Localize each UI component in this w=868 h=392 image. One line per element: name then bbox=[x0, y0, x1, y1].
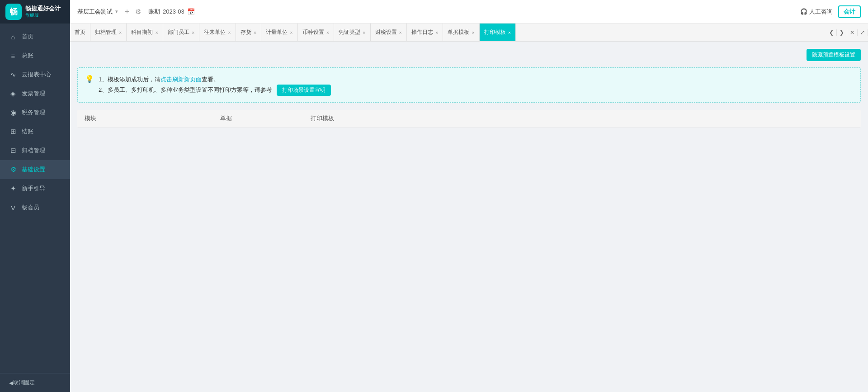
unpin-label: 取消固定 bbox=[13, 379, 35, 387]
tab-close-unit[interactable]: × bbox=[290, 30, 292, 35]
tab-singledoc[interactable]: 单据模板× bbox=[443, 24, 479, 41]
tab-home[interactable]: 首页 bbox=[70, 24, 90, 41]
tab-close-oplog[interactable]: × bbox=[435, 30, 438, 35]
tab-label-inventory: 存货 bbox=[241, 28, 251, 36]
kuaiji-button[interactable]: 会计 bbox=[838, 5, 861, 18]
member-icon: V bbox=[9, 204, 17, 212]
add-tab-button[interactable]: ＋ bbox=[123, 7, 131, 16]
bulb-icon: 💡 bbox=[85, 75, 94, 83]
topbar-right: 🎧 人工咨询 会计 bbox=[800, 5, 861, 18]
sidebar-item-invoice[interactable]: ◈ 发票管理 bbox=[0, 84, 70, 103]
sidebar-nav: ⌂ 首页 ≡ 总账 ∿ 云报表中心 ◈ 发票管理 ◉ 税务管理 ⊞ 结账 ⊟ 归… bbox=[0, 24, 70, 373]
tab-printtemplate[interactable]: 打印模板× bbox=[480, 24, 516, 41]
invoice-icon: ◈ bbox=[9, 90, 17, 98]
tab-nav-right: ❮ ❯ ✕ ⤢ bbox=[826, 29, 868, 36]
sidebar-label-ledger: 总账 bbox=[22, 52, 33, 60]
tab-expand-button[interactable]: ⤢ bbox=[858, 29, 868, 36]
period-label: 账期 bbox=[148, 8, 160, 16]
tab-oplog[interactable]: 操作日志× bbox=[407, 24, 443, 41]
tab-close-singledoc[interactable]: × bbox=[472, 30, 474, 35]
tabbar: 首页归档管理×科目期初×部门员工×往来单位×存货×计量单位×币种设置×凭证类型×… bbox=[70, 24, 868, 42]
tab-close-partner[interactable]: × bbox=[228, 30, 231, 35]
tab-close-voucher[interactable]: × bbox=[363, 30, 365, 35]
sidebar-item-reports[interactable]: ∿ 云报表中心 bbox=[0, 65, 70, 84]
customer-service-label: 人工咨询 bbox=[809, 8, 833, 16]
unpin-icon: ◀ bbox=[9, 380, 13, 386]
tab-label-taxsettings: 财税设置 bbox=[375, 28, 397, 36]
tab-dept[interactable]: 部门员工× bbox=[163, 24, 199, 41]
company-dropdown-icon: ▾ bbox=[115, 9, 118, 14]
tab-label-home: 首页 bbox=[75, 28, 85, 36]
period-value: 2023-03 bbox=[163, 8, 184, 15]
sidebar-label-tax: 税务管理 bbox=[22, 109, 45, 117]
sidebar-label-reports: 云报表中心 bbox=[22, 71, 51, 79]
tab-next-button[interactable]: ❯ bbox=[837, 29, 847, 36]
tab-close-printtemplate[interactable]: × bbox=[508, 30, 511, 35]
tab-unit[interactable]: 计量单位× bbox=[261, 24, 297, 41]
home-icon: ⌂ bbox=[9, 33, 17, 41]
notice-line1: 1、模板添加成功后，请点击刷新新页面查看。 bbox=[99, 74, 331, 85]
tab-label-printtemplate: 打印模板 bbox=[484, 28, 506, 36]
notice-box: 💡 1、模板添加成功后，请点击刷新新页面查看。 2、多员工、多打印机、多种业务类… bbox=[77, 67, 861, 103]
sidebar-item-checkout[interactable]: ⊞ 结账 bbox=[0, 122, 70, 141]
tab-subject[interactable]: 科目期初× bbox=[127, 24, 163, 41]
sidebar-label-member: 畅会员 bbox=[22, 203, 39, 212]
customer-service-button[interactable]: 🎧 人工咨询 bbox=[800, 8, 833, 16]
tab-close-all-button[interactable]: ✕ bbox=[847, 29, 858, 36]
tab-archive[interactable]: 归档管理× bbox=[90, 24, 127, 41]
notice-line2: 2、多员工、多打印机、多种业务类型设置不同打印方案等，请参考 打印场景设置宣明 bbox=[99, 85, 331, 96]
tab-voucher[interactable]: 凭证类型× bbox=[334, 24, 370, 41]
tab-currency[interactable]: 币种设置× bbox=[298, 24, 334, 41]
notice-line1-prefix: 1、模板添加成功后，请 bbox=[99, 76, 160, 83]
explain-button[interactable]: 打印场景设置宣明 bbox=[277, 85, 331, 96]
sidebar-logo: 畅 畅捷通好会计 旗舰版 bbox=[0, 0, 70, 24]
sidebar-item-home[interactable]: ⌂ 首页 bbox=[0, 27, 70, 46]
notice-refresh-link[interactable]: 点击刷新新页面 bbox=[160, 76, 202, 83]
tab-prev-button[interactable]: ❮ bbox=[826, 29, 837, 36]
reports-icon: ∿ bbox=[9, 71, 17, 79]
hide-template-button[interactable]: 隐藏预置模板设置 bbox=[807, 49, 861, 61]
sidebar-label-guide: 新手引导 bbox=[22, 184, 45, 193]
unpin-sidebar-button[interactable]: ◀ 取消固定 bbox=[0, 373, 70, 392]
tab-close-taxsettings[interactable]: × bbox=[399, 30, 402, 35]
tab-close-dept[interactable]: × bbox=[192, 30, 194, 35]
tab-label-singledoc: 单据模板 bbox=[448, 28, 469, 36]
notice-line1-suffix: 查看。 bbox=[202, 76, 219, 83]
tab-inventory[interactable]: 存货× bbox=[236, 24, 261, 41]
topbar: 基层工会测试 ▾ ＋ ⚙ 账期 2023-03 📅 🎧 人工咨询 会计 bbox=[70, 0, 868, 24]
tab-taxsettings[interactable]: 财税设置× bbox=[371, 24, 407, 41]
logo-subtitle: 旗舰版 bbox=[25, 12, 61, 19]
col-template: 打印模板 bbox=[303, 110, 861, 127]
tab-close-currency[interactable]: × bbox=[326, 30, 329, 35]
tab-partner[interactable]: 往来单位× bbox=[199, 24, 236, 41]
sidebar-item-member[interactable]: V 畅会员 bbox=[0, 198, 70, 217]
ledger-icon: ≡ bbox=[9, 52, 17, 60]
headset-icon: 🎧 bbox=[800, 8, 807, 15]
tab-close-subject[interactable]: × bbox=[155, 30, 158, 35]
sidebar-label-settings: 基础设置 bbox=[22, 165, 45, 174]
settings-icon[interactable]: ⚙ bbox=[135, 8, 141, 16]
template-table: 模块 单据 打印模板 bbox=[77, 110, 861, 128]
tab-label-dept: 部门员工 bbox=[168, 28, 189, 36]
tab-close-archive[interactable]: × bbox=[119, 30, 122, 35]
sidebar-item-archive[interactable]: ⊟ 归档管理 bbox=[0, 141, 70, 160]
archive-icon: ⊟ bbox=[9, 146, 17, 155]
sidebar-item-settings[interactable]: ⚙ 基础设置 bbox=[0, 160, 70, 179]
settings-icon: ⚙ bbox=[9, 165, 17, 174]
col-module: 模块 bbox=[77, 110, 213, 127]
sidebar: 畅 畅捷通好会计 旗舰版 ⌂ 首页 ≡ 总账 ∿ 云报表中心 ◈ 发票管理 ◉ … bbox=[0, 0, 70, 392]
tab-close-inventory[interactable]: × bbox=[254, 30, 256, 35]
logo-text: 畅捷通好会计 旗舰版 bbox=[25, 5, 61, 19]
sidebar-label-archive: 归档管理 bbox=[22, 146, 45, 155]
sidebar-label-invoice: 发票管理 bbox=[22, 90, 45, 98]
company-selector[interactable]: 基层工会测试 ▾ bbox=[77, 8, 118, 16]
sidebar-label-checkout: 结账 bbox=[22, 128, 33, 136]
calendar-icon[interactable]: 📅 bbox=[187, 8, 195, 15]
sidebar-item-ledger[interactable]: ≡ 总账 bbox=[0, 46, 70, 65]
main-content: 基层工会测试 ▾ ＋ ⚙ 账期 2023-03 📅 🎧 人工咨询 会计 首页归档… bbox=[70, 0, 868, 392]
tab-label-archive: 归档管理 bbox=[95, 28, 117, 36]
table-header: 模块 单据 打印模板 bbox=[77, 110, 861, 128]
tax-icon: ◉ bbox=[9, 109, 17, 117]
sidebar-item-guide[interactable]: ✦ 新手引导 bbox=[0, 179, 70, 198]
sidebar-item-tax[interactable]: ◉ 税务管理 bbox=[0, 103, 70, 122]
